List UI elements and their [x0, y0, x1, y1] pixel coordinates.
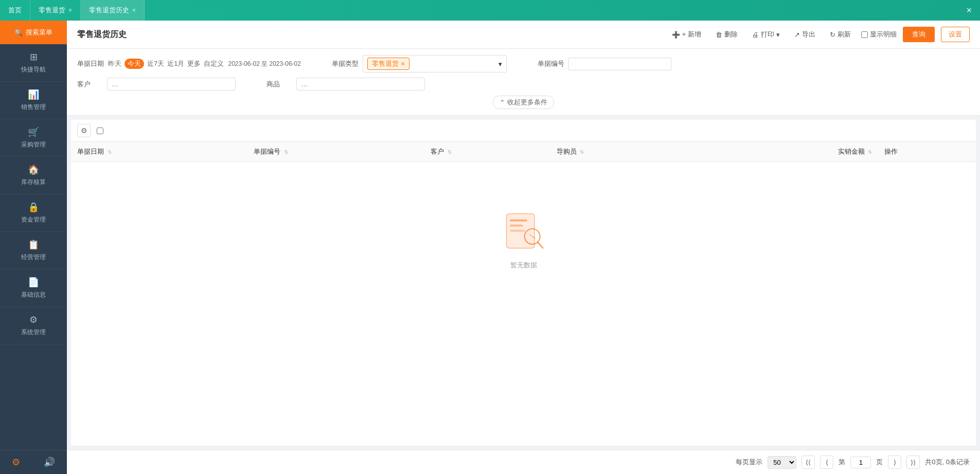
query-button[interactable]: 查询 [903, 27, 935, 42]
refresh-button[interactable]: ↻ 刷新 [826, 28, 855, 41]
date-custom[interactable]: 自定义 [204, 59, 224, 68]
filter-doc-number-input[interactable] [568, 58, 671, 70]
col-guide-label: 导购员 [557, 148, 577, 155]
show-detail-checkbox[interactable] [861, 31, 868, 38]
page-size-select[interactable]: 50 10 20 100 [768, 456, 796, 469]
sidebar-item-purchase[interactable]: 🛒 采购管理 [0, 119, 67, 157]
refresh-icon: ↻ [830, 31, 835, 39]
first-page-button[interactable]: ⟨⟨ [801, 455, 815, 469]
filter-date-label: 单据日期 [77, 59, 104, 68]
filter-goods-label: 商品 [266, 80, 292, 89]
col-customer-sort[interactable]: ⇅ [448, 149, 452, 155]
data-table: 单据日期 ⇅ 单据编号 ⇅ 客户 ⇅ 导购员 ⇅ [71, 142, 976, 162]
export-label: 导出 [802, 30, 815, 39]
col-number: 单据编号 ⇅ [247, 142, 424, 162]
pagination-bar: 每页显示 50 10 20 100 ⟨⟨ ⟨ 第 页 ⟩ ⟩⟩ 共0页, 0条记… [67, 450, 980, 474]
date-1month[interactable]: 近1月 [167, 59, 184, 68]
filter-doc-type-item: 单据类型 零售退货 × ▾ [332, 55, 507, 72]
doc-type-tag-text: 零售退货 [372, 59, 399, 68]
sidebar-item-sales[interactable]: 📊 销售管理 [0, 82, 67, 119]
col-number-sort[interactable]: ⇅ [284, 149, 288, 155]
col-actual-amount-sort[interactable]: ⇅ [868, 149, 872, 155]
header-actions: ➕ + 新增 🗑 删除 🖨 打印 ▾ ↗ 导出 ↻ [668, 27, 970, 42]
doc-type-tag-remove[interactable]: × [401, 60, 405, 68]
filter-customer-item: 客户 [77, 78, 236, 90]
filter-doc-type-label: 单据类型 [332, 59, 359, 68]
top-bar: 首页 零售退货 × 零售退货历史 × × [0, 0, 980, 21]
tab-home[interactable]: 首页 [0, 0, 30, 21]
quick-nav-icon: ⊞ [30, 51, 38, 63]
table-settings-button[interactable]: ⚙ [77, 124, 91, 137]
sidebar-search[interactable]: 🔍 搜索菜单 [0, 21, 67, 44]
table-area: ⚙ 单据日期 ⇅ 单据编号 ⇅ 客户 [71, 120, 976, 446]
sidebar-item-base-info[interactable]: 📄 基础信息 [0, 269, 67, 307]
settings-button[interactable]: 设置 [941, 27, 970, 42]
new-label: + 新增 [682, 30, 701, 39]
show-detail-label: 显示明细 [870, 30, 897, 39]
svg-line-5 [538, 243, 543, 248]
tab-retail-return-history-label: 零售退货历史 [89, 6, 129, 15]
delete-button[interactable]: 🗑 删除 [711, 28, 742, 41]
col-actions-label: 操作 [884, 148, 898, 155]
per-page-label: 每页显示 [736, 458, 762, 467]
filter-doc-number-item: 单据编号 [538, 58, 671, 70]
filter-goods-input[interactable] [296, 78, 425, 90]
sidebar-item-purchase-label: 采购管理 [21, 140, 46, 149]
filter-goods-item: 商品 [266, 78, 425, 90]
page-label-post: 页 [876, 458, 883, 467]
settings-bottom-icon[interactable]: ⚙ [12, 457, 20, 468]
refresh-label: 刷新 [838, 30, 851, 39]
sidebar-item-system[interactable]: ⚙ 系统管理 [0, 307, 67, 344]
filter-customer-input[interactable] [107, 78, 236, 90]
collapse-button[interactable]: ⌃ 收起更多条件 [493, 96, 554, 109]
sidebar: 🔍 搜索菜单 ⊞ 快捷导航 📊 销售管理 🛒 采购管理 🏠 库存核算 🔒 资金管… [0, 21, 67, 474]
col-date-label: 单据日期 [77, 148, 104, 155]
print-button[interactable]: 🖨 打印 ▾ [748, 28, 784, 41]
inventory-icon: 🏠 [28, 164, 39, 175]
select-all-checkbox[interactable] [97, 127, 103, 134]
filter-date-item: 单据日期 昨天 今天 近7天 近1月 更多 自定义 2023-06-02 至 2… [77, 59, 301, 69]
col-guide: 导购员 ⇅ [550, 142, 702, 162]
export-icon: ↗ [794, 31, 800, 39]
new-button[interactable]: ➕ + 新增 [668, 28, 705, 41]
filter-doc-type-select[interactable]: 零售退货 × ▾ [363, 55, 507, 72]
empty-state: 暂无数据 [71, 162, 976, 311]
col-guide-sort[interactable]: ⇅ [580, 149, 584, 155]
svg-rect-1 [510, 220, 527, 222]
sidebar-item-finance-label: 资金管理 [21, 215, 46, 224]
search-icon: 🔍 [14, 29, 23, 37]
tab-home-label: 首页 [8, 6, 22, 15]
filter-row-1: 单据日期 昨天 今天 近7天 近1月 更多 自定义 2023-06-02 至 2… [77, 55, 970, 72]
show-detail-checkbox-label[interactable]: 显示明细 [861, 30, 897, 39]
delete-label: 删除 [724, 30, 738, 39]
tab-retail-return-history[interactable]: 零售退货历史 × [81, 0, 145, 21]
last-page-button[interactable]: ⟩⟩ [906, 455, 920, 469]
close-retail-return-icon[interactable]: × [68, 7, 72, 14]
date-yesterday[interactable]: 昨天 [108, 59, 121, 68]
main-layout: 🔍 搜索菜单 ⊞ 快捷导航 📊 销售管理 🛒 采购管理 🏠 库存核算 🔒 资金管… [0, 21, 980, 474]
date-today[interactable]: 今天 [124, 59, 144, 69]
sidebar-item-inventory[interactable]: 🏠 库存核算 [0, 157, 67, 194]
purchase-icon: 🛒 [28, 126, 39, 138]
table-toolbar: ⚙ [71, 120, 976, 142]
print-label: 打印 [761, 30, 774, 39]
page-title: 零售退货历史 [77, 29, 127, 40]
current-page-input[interactable] [850, 457, 871, 468]
sidebar-item-quick-nav[interactable]: ⊞ 快捷导航 [0, 44, 67, 82]
date-more[interactable]: 更多 [187, 59, 201, 68]
col-date-sort[interactable]: ⇅ [108, 149, 112, 155]
col-number-label: 单据编号 [254, 148, 280, 155]
tab-retail-return[interactable]: 零售退货 × [30, 0, 81, 21]
date-7days[interactable]: 近7天 [147, 59, 164, 68]
sidebar-item-operations[interactable]: 📋 经营管理 [0, 232, 67, 269]
prev-page-button[interactable]: ⟨ [820, 455, 833, 469]
audio-bottom-icon[interactable]: 🔊 [44, 457, 55, 468]
sidebar-item-finance[interactable]: 🔒 资金管理 [0, 194, 67, 232]
window-close-button[interactable]: × [958, 5, 980, 16]
next-page-button[interactable]: ⟩ [888, 455, 901, 469]
sidebar-item-quick-nav-label: 快捷导航 [21, 65, 46, 74]
doc-type-tag-container: 零售退货 × [367, 58, 409, 70]
close-retail-return-history-icon[interactable]: × [132, 7, 136, 14]
export-button[interactable]: ↗ 导出 [790, 28, 819, 41]
system-icon: ⚙ [29, 314, 38, 325]
